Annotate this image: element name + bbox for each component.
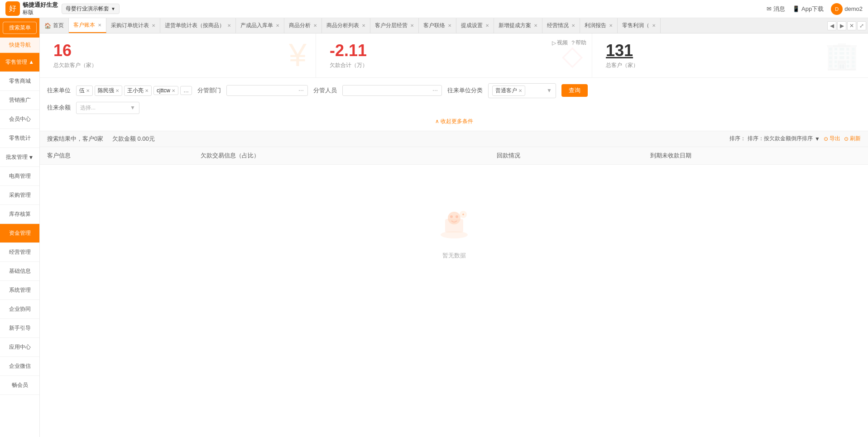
sidebar-item-enterprise-coop[interactable]: 企业协同 bbox=[0, 300, 39, 319]
division-person-input[interactable]: ⋯ bbox=[342, 85, 442, 96]
sidebar-item-system[interactable]: 系统管理 bbox=[0, 281, 39, 300]
th-customer-info: 客户信息 bbox=[40, 147, 193, 165]
sidebar: 搜索菜单 快捷导航 零售管理 ▲ 零售商城 营销推广 会员中心 零售统计 批发管… bbox=[0, 18, 40, 437]
sidebar-item-purchase[interactable]: 采购管理 bbox=[0, 186, 39, 205]
close-icon[interactable]: ✕ bbox=[410, 23, 414, 28]
close-icon[interactable]: ✕ bbox=[98, 23, 101, 28]
more-tags-btn[interactable]: … bbox=[180, 86, 192, 95]
chevron-down-icon: ▼ bbox=[111, 6, 115, 11]
close-icon[interactable]: ✕ bbox=[485, 23, 489, 28]
sidebar-item-app-center[interactable]: 应用中心 bbox=[0, 338, 39, 357]
app-download-btn[interactable]: 📱 App下载 bbox=[792, 5, 824, 13]
category-tags: 普通客户 ✕ bbox=[492, 86, 525, 96]
tab-product-analysis[interactable]: 商品分析 ✕ bbox=[284, 18, 322, 33]
help-icon: ? bbox=[571, 40, 575, 46]
data-table: 客户信息 欠款交易信息（占比） 回款情况 到期未收款日期 bbox=[40, 147, 868, 296]
empty-row: 暂无数据 bbox=[40, 164, 868, 296]
tab-customer-segment[interactable]: 客户分层经营 ✕ bbox=[370, 18, 419, 33]
logo-text: 畅捷通好生意 标版 bbox=[23, 1, 58, 16]
close-icon[interactable]: ✕ bbox=[571, 23, 575, 28]
arrow-icon: ▲ bbox=[29, 59, 34, 65]
tab-customer-book[interactable]: 客户账本 ✕ bbox=[69, 18, 106, 33]
tab-prev-btn[interactable]: ◀ bbox=[827, 21, 836, 30]
tab-customer-contact[interactable]: 客户联络 ✕ bbox=[419, 18, 456, 33]
sidebar-item-new-guide[interactable]: 新手引导 bbox=[0, 319, 39, 338]
sidebar-item-member-center[interactable]: 会员中心 bbox=[0, 110, 39, 129]
close-icon[interactable]: ✕ bbox=[227, 23, 231, 28]
sidebar-item-wholesale[interactable]: 批发管理 ▼ bbox=[0, 148, 39, 167]
close-icon[interactable]: ✕ bbox=[313, 23, 317, 28]
remove-tag-3[interactable]: ✕ bbox=[172, 88, 175, 93]
tab-close-all-btn[interactable]: ✕ bbox=[847, 21, 856, 30]
main-layout: 搜索菜单 快捷导航 零售管理 ▲ 零售商城 营销推广 会员中心 零售统计 批发管… bbox=[0, 18, 868, 437]
stat-value-0: 16 bbox=[53, 42, 72, 60]
remove-tag-1[interactable]: ✕ bbox=[115, 88, 119, 93]
close-icon[interactable]: ✕ bbox=[652, 23, 656, 28]
sidebar-item-operations[interactable]: 经营管理 bbox=[0, 243, 39, 262]
stat-label-0: 总欠款客户（家） bbox=[53, 62, 97, 69]
tab-stock-stats[interactable]: 进货单统计表（按商品） ✕ bbox=[160, 18, 236, 33]
tab-promote-settings[interactable]: 提成设置 ✕ bbox=[456, 18, 494, 33]
export-btn[interactable]: ⊙ 导出 bbox=[824, 135, 840, 142]
sidebar-item-marketing[interactable]: 营销推广 bbox=[0, 91, 39, 110]
empty-icon bbox=[432, 201, 477, 246]
collapse-btn[interactable]: ∧ 收起更多条件 bbox=[435, 118, 473, 125]
balance-label: 往来余额 bbox=[47, 104, 71, 112]
sidebar-item-retail-stats[interactable]: 零售统计 bbox=[0, 129, 39, 148]
remove-tag-2[interactable]: ✕ bbox=[145, 88, 149, 93]
stat-bg-icon-0: ¥ bbox=[289, 37, 307, 73]
tab-product-analysis-list[interactable]: 商品分析列表 ✕ bbox=[322, 18, 370, 33]
collapse-row: ∧ 收起更多条件 bbox=[47, 118, 861, 125]
svg-point-4 bbox=[456, 215, 458, 218]
tab-purchase-order[interactable]: 采购订单统计表 ✕ bbox=[106, 18, 160, 33]
refresh-btn[interactable]: ⊙ 刷新 bbox=[844, 135, 861, 142]
sidebar-item-finance[interactable]: 资金管理 bbox=[0, 224, 39, 243]
stat-card-debt: ◇ -2.11 欠款合计（万） ▷ 视频 ? 帮助 bbox=[316, 33, 592, 77]
balance-select[interactable]: 选择... ▼ bbox=[76, 102, 139, 114]
division-dept-select[interactable]: ⋯ bbox=[226, 85, 308, 96]
tag-unit-2: 王小亮 ✕ bbox=[124, 86, 152, 96]
search-menu-btn[interactable]: 搜索菜单 bbox=[3, 22, 37, 34]
video-btn[interactable]: ▷ 视频 bbox=[552, 39, 568, 47]
owner-unit-label: 往来单位 bbox=[47, 86, 71, 95]
close-icon[interactable]: ✕ bbox=[152, 23, 155, 28]
workspace-selector[interactable]: 母婴行业演示帐套 ▼ bbox=[62, 4, 120, 14]
logo-area: 好 畅捷通好生意 标版 bbox=[5, 1, 58, 16]
remove-tag-0[interactable]: ✕ bbox=[86, 88, 90, 93]
stat-label-1: 欠款合计（万） bbox=[330, 62, 368, 69]
tab-business-status[interactable]: 经营情况 ✕ bbox=[542, 18, 580, 33]
query-btn[interactable]: 查询 bbox=[561, 84, 588, 97]
tab-retail-profit[interactable]: 零售利润（ ✕ bbox=[618, 18, 661, 33]
quick-nav-btn[interactable]: 快捷导航 bbox=[0, 38, 39, 53]
sidebar-item-inventory[interactable]: 库存核算 bbox=[0, 205, 39, 224]
sidebar-item-retail-mall[interactable]: 零售商城 bbox=[0, 72, 39, 91]
help-btn[interactable]: ? 帮助 bbox=[571, 39, 586, 47]
sidebar-item-basics[interactable]: 基础信息 bbox=[0, 262, 39, 281]
tab-new-promote[interactable]: 新增提成方案 ✕ bbox=[494, 18, 542, 33]
tab-home[interactable]: 🏠 首页 bbox=[40, 18, 69, 33]
sidebar-item-member[interactable]: 畅会员 bbox=[0, 376, 39, 395]
tab-expand-btn[interactable]: ⤢ bbox=[857, 21, 866, 30]
close-icon[interactable]: ✕ bbox=[276, 23, 279, 28]
close-icon[interactable]: ✕ bbox=[609, 23, 613, 28]
sidebar-item-ecommerce[interactable]: 电商管理 bbox=[0, 167, 39, 186]
messages-btn[interactable]: ✉ 消息 bbox=[767, 5, 785, 13]
th-due-date: 到期未收款日期 bbox=[643, 147, 868, 165]
export-icon: ⊙ bbox=[824, 136, 828, 142]
remove-category-0[interactable]: ✕ bbox=[518, 88, 522, 93]
close-icon[interactable]: ✕ bbox=[534, 23, 537, 28]
chevron-down-icon: ▼ bbox=[130, 104, 135, 111]
close-icon[interactable]: ✕ bbox=[362, 23, 365, 28]
tab-profit-report[interactable]: 利润报告 ✕ bbox=[580, 18, 618, 33]
sort-select[interactable]: 排序： 排序：按欠款金额倒序排序 ▼ bbox=[729, 135, 820, 142]
tab-product-in[interactable]: 产成品入库单 ✕ bbox=[236, 18, 284, 33]
tab-next-btn[interactable]: ▶ bbox=[837, 21, 846, 30]
sidebar-item-enterprise-wx[interactable]: 企业微信 bbox=[0, 357, 39, 376]
unit-category-select[interactable]: 普通客户 ✕ ▼ bbox=[488, 83, 556, 98]
close-icon[interactable]: ✕ bbox=[448, 23, 451, 28]
user-menu[interactable]: D demo2 bbox=[831, 3, 863, 15]
sidebar-item-retail-mgmt[interactable]: 零售管理 ▲ bbox=[0, 53, 39, 72]
tag-unit-0: 伍 ✕ bbox=[76, 86, 93, 96]
ellipsis-icon: ⋯ bbox=[432, 87, 438, 94]
svg-point-3 bbox=[450, 215, 453, 218]
